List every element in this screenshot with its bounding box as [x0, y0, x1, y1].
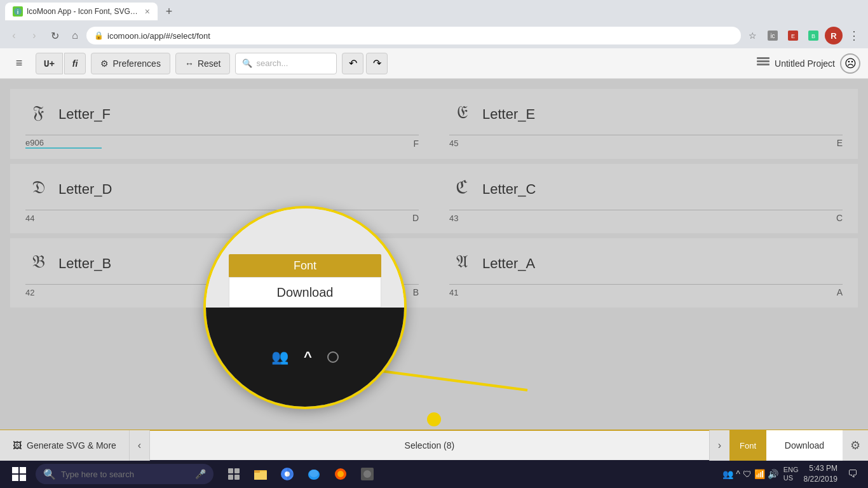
shield-tray-icon[interactable]: 🛡 — [743, 469, 752, 479]
svg-rect-22 — [228, 468, 233, 473]
taskbar-search-icon: 🔍 — [43, 468, 56, 480]
font-download-button[interactable]: Download — [766, 430, 843, 461]
tab-favicon: i — [13, 6, 23, 17]
letter-e-name: Letter_E — [482, 106, 535, 123]
unicode-mode-button[interactable]: U+ — [36, 53, 63, 74]
forward-button[interactable]: › — [25, 27, 43, 44]
taskbar-chrome[interactable] — [275, 461, 300, 487]
svg-rect-25 — [234, 475, 240, 480]
tab-title: IcoMoon App - Icon Font, SVG, P — [27, 7, 139, 16]
generate-svg-button[interactable]: 🖼 Generate SVG & More — [0, 430, 130, 461]
home-button[interactable]: ⌂ — [66, 27, 84, 44]
font-download-section: Font Download ⚙ — [729, 430, 868, 461]
hamburger-menu-button[interactable]: ≡ — [8, 52, 31, 75]
letter-a-code: 41 — [449, 288, 458, 297]
browser-menu-button[interactable]: ⋮ — [845, 27, 863, 44]
letter-c-char: C — [836, 213, 843, 223]
letter-a-char: A — [837, 287, 843, 297]
letter-b-char: B — [413, 287, 419, 297]
taskbar-photos[interactable] — [355, 461, 380, 487]
letter-f-code-input[interactable] — [25, 138, 102, 149]
fi-mode-button[interactable]: fi — [64, 53, 86, 74]
magnifier-circle-icon — [327, 351, 339, 363]
reset-label: Reset — [198, 58, 221, 69]
new-tab-button[interactable]: + — [160, 3, 178, 20]
smiley-icon[interactable]: ☹ — [840, 53, 860, 74]
volume-tray-icon[interactable]: 🔊 — [768, 469, 778, 479]
taskbar-firefox[interactable] — [328, 461, 353, 487]
icon-card-letter-e: 𝔈 Letter_E 45 E — [434, 89, 858, 159]
reset-icon: ↔ — [185, 58, 194, 69]
letter-d-symbol: 𝔇 — [25, 174, 51, 205]
gear-icon: ⚙ — [100, 58, 109, 69]
redo-button[interactable]: ↷ — [366, 53, 388, 74]
network-tray-icon[interactable]: 📶 — [754, 469, 765, 479]
notification-button[interactable]: 🗨 — [843, 461, 863, 487]
search-placeholder: search... — [256, 58, 288, 68]
extension3-button[interactable]: B — [804, 27, 822, 44]
letter-b-name: Letter_B — [58, 255, 111, 272]
expand-icon: › — [718, 440, 721, 451]
task-view-button[interactable] — [221, 461, 247, 487]
undo-button[interactable]: ↶ — [342, 53, 363, 74]
preferences-button[interactable]: ⚙ Preferences — [91, 53, 170, 74]
svg-rect-19 — [20, 467, 26, 473]
url-bar[interactable]: 🔒 icomoon.io/app/#/select/font — [86, 27, 741, 44]
magnifier-people-icon: 👥 — [271, 349, 288, 365]
notification-icon: 🗨 — [848, 468, 858, 480]
taskbar-edge[interactable] — [301, 461, 327, 487]
letter-a-name: Letter_A — [482, 255, 535, 272]
collapse-icon: ‹ — [138, 440, 141, 451]
svg-text:i: i — [17, 9, 19, 15]
icon-card-letter-d: 𝔇 Letter_D 44 D — [10, 164, 434, 233]
letter-d-char: D — [412, 213, 419, 223]
project-name: Untitled Project — [775, 58, 835, 69]
svg-text:E: E — [791, 33, 795, 39]
taskbar-search-input[interactable] — [61, 470, 190, 479]
letter-f-name: Letter_F — [58, 106, 111, 123]
taskbar-apps — [221, 461, 380, 487]
svg-text:𝔄: 𝔄 — [456, 252, 468, 271]
taskbar-search[interactable]: 🔍 🎤 — [36, 464, 214, 484]
profile-button[interactable]: R — [825, 27, 843, 44]
svg-text:ic: ic — [770, 32, 775, 39]
svg-rect-21 — [20, 475, 26, 481]
tab-close-button[interactable]: × — [145, 6, 150, 17]
browser-tab[interactable]: i IcoMoon App - Icon Font, SVG, P × — [5, 3, 158, 20]
svg-text:ℭ: ℭ — [456, 177, 468, 197]
icon-card-letter-f: 𝔉 Letter_F F — [10, 89, 434, 159]
svg-text:𝔉: 𝔉 — [32, 102, 44, 122]
search-box[interactable]: 🔍 search... — [235, 53, 337, 74]
lock-icon: 🔒 — [94, 31, 104, 40]
icon-card-letter-c: ℭ Letter_C 43 C — [434, 164, 858, 233]
letter-d-name: Letter_D — [58, 181, 112, 198]
yellow-dot — [427, 412, 441, 426]
fi-label: fi — [72, 58, 78, 69]
svg-text:𝔅: 𝔅 — [32, 252, 45, 271]
language-indicator[interactable]: ENG US — [783, 466, 799, 482]
collapse-button[interactable]: ‹ — [130, 430, 150, 461]
icon-card-letter-b: 𝔅 Letter_B 42 B — [10, 238, 434, 308]
unicode-label: U+ — [44, 58, 55, 69]
back-button[interactable]: ‹ — [5, 27, 23, 44]
svg-rect-9 — [757, 60, 770, 62]
icon-card-letter-a: 𝔄 Letter_A 41 A — [434, 238, 858, 308]
extension2-button[interactable]: E — [784, 27, 802, 44]
extension1-button[interactable]: ic — [764, 27, 782, 44]
people-tray-icon[interactable]: 👥 — [722, 469, 733, 479]
bookmark-button[interactable]: ☆ — [743, 27, 761, 44]
letter-e-code: 45 — [449, 139, 458, 148]
expand-button[interactable]: › — [709, 430, 729, 461]
reset-button[interactable]: ↔ Reset — [175, 53, 231, 74]
svg-point-34 — [337, 471, 344, 477]
taskbar-file-explorer[interactable] — [248, 461, 273, 487]
refresh-button[interactable]: ↻ — [46, 27, 64, 44]
font-settings-button[interactable]: ⚙ — [843, 430, 868, 461]
letter-b-code: 42 — [25, 288, 34, 297]
system-time[interactable]: 5:43 PM 8/22/2019 — [804, 463, 837, 485]
magnifier-chevron-icon: ^ — [304, 349, 312, 365]
undo-icon: ↶ — [349, 57, 357, 69]
start-button[interactable] — [5, 461, 33, 487]
chevron-tray-icon[interactable]: ^ — [736, 469, 740, 479]
letter-a-symbol: 𝔄 — [449, 248, 475, 279]
